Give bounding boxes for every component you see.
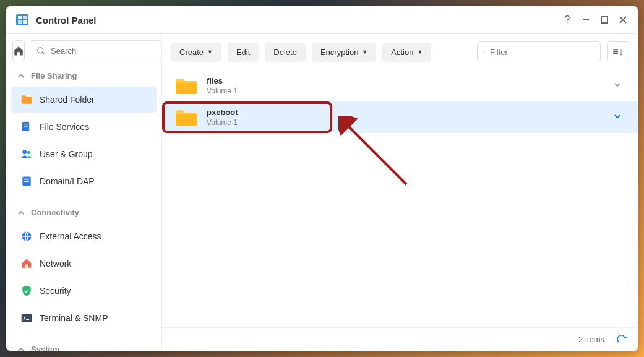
sort-button[interactable]: ≡↓ bbox=[607, 41, 629, 62]
chevron-up-icon bbox=[17, 209, 25, 217]
svg-rect-2 bbox=[23, 16, 27, 19]
svg-rect-4 bbox=[23, 20, 27, 24]
close-button[interactable] bbox=[617, 14, 629, 26]
sidebar-scroll[interactable]: File Sharing Shared Folder File Services… bbox=[6, 66, 161, 351]
sidebar-item-network[interactable]: Network bbox=[11, 251, 157, 277]
titlebar: Control Panel ? bbox=[6, 6, 638, 34]
section-file-sharing[interactable]: File Sharing bbox=[6, 66, 161, 85]
network-icon bbox=[20, 257, 33, 270]
sidebar-top bbox=[6, 34, 161, 66]
shield-icon bbox=[20, 284, 33, 298]
sort-icon: ≡↓ bbox=[612, 46, 623, 58]
item-count: 2 items bbox=[578, 335, 604, 344]
control-panel-window: Control Panel ? File Sharing bbox=[6, 6, 638, 351]
terminal-icon bbox=[20, 311, 33, 325]
folder-name: files bbox=[207, 76, 609, 85]
home-icon bbox=[13, 45, 24, 56]
svg-rect-12 bbox=[24, 124, 28, 124]
help-button[interactable]: ? bbox=[561, 14, 573, 26]
domain-ldap-icon bbox=[20, 174, 33, 188]
chevron-down-icon[interactable] bbox=[609, 80, 625, 91]
section-system[interactable]: System bbox=[6, 340, 161, 351]
maximize-button[interactable] bbox=[598, 14, 611, 26]
shared-folder-icon bbox=[20, 93, 33, 106]
svg-rect-20 bbox=[25, 265, 28, 268]
svg-rect-3 bbox=[18, 20, 22, 24]
svg-line-10 bbox=[42, 52, 45, 54]
user-group-icon bbox=[20, 147, 33, 161]
folder-icon bbox=[174, 77, 198, 95]
file-services-icon bbox=[20, 120, 33, 134]
minimize-button[interactable] bbox=[580, 14, 592, 26]
svg-rect-17 bbox=[24, 179, 29, 180]
statusbar: 2 items bbox=[162, 327, 638, 351]
folder-icon bbox=[174, 108, 198, 127]
action-button[interactable]: Action▼ bbox=[382, 43, 431, 62]
sidebar-item-file-services[interactable]: File Services bbox=[11, 114, 157, 140]
search-input[interactable] bbox=[51, 46, 155, 56]
chevron-up-icon bbox=[17, 72, 25, 80]
external-access-icon bbox=[20, 230, 33, 243]
svg-rect-1 bbox=[18, 16, 22, 19]
folder-row-files[interactable]: files Volume 1 bbox=[162, 70, 638, 101]
svg-point-15 bbox=[27, 151, 30, 154]
svg-rect-0 bbox=[16, 14, 28, 25]
edit-button[interactable]: Edit bbox=[228, 43, 259, 62]
search-icon bbox=[36, 46, 46, 56]
svg-point-9 bbox=[38, 47, 43, 53]
delete-button[interactable]: Delete bbox=[265, 43, 306, 62]
svg-rect-13 bbox=[24, 126, 28, 126]
folder-volume: Volume 1 bbox=[207, 87, 609, 95]
caret-down-icon: ▼ bbox=[362, 49, 367, 55]
caret-down-icon: ▼ bbox=[207, 49, 213, 55]
svg-rect-21 bbox=[22, 314, 32, 322]
caret-down-icon: ▼ bbox=[417, 49, 423, 55]
folder-list: files Volume 1 pxeboot Volume 1 bbox=[162, 70, 638, 327]
app-icon bbox=[15, 12, 30, 27]
folder-volume: Volume 1 bbox=[207, 118, 609, 127]
sidebar: File Sharing Shared Folder File Services… bbox=[6, 34, 162, 351]
create-button[interactable]: Create▼ bbox=[171, 43, 221, 62]
chevron-down-icon[interactable] bbox=[609, 112, 625, 123]
svg-rect-6 bbox=[601, 17, 608, 23]
home-button[interactable] bbox=[12, 40, 25, 61]
window-title: Control Panel bbox=[36, 15, 555, 25]
toolbar: Create▼ Edit Delete Encryption▼ Action▼ … bbox=[162, 34, 638, 70]
sidebar-item-external-access[interactable]: External Access bbox=[11, 223, 157, 249]
section-connectivity[interactable]: Connectivity bbox=[6, 203, 161, 222]
window-body: File Sharing Shared Folder File Services… bbox=[6, 34, 638, 351]
filter-icon bbox=[484, 48, 485, 57]
svg-rect-18 bbox=[24, 181, 29, 182]
encryption-button[interactable]: Encryption▼ bbox=[312, 43, 376, 62]
svg-point-14 bbox=[22, 150, 27, 154]
chevron-up-icon bbox=[17, 346, 25, 351]
sidebar-item-terminal-snmp[interactable]: Terminal & SNMP bbox=[11, 305, 157, 331]
main-panel: Create▼ Edit Delete Encryption▼ Action▼ … bbox=[162, 34, 638, 351]
folder-row-pxeboot[interactable]: pxeboot Volume 1 bbox=[162, 101, 638, 133]
folder-name: pxeboot bbox=[207, 108, 609, 117]
search-box[interactable] bbox=[30, 40, 161, 61]
sidebar-item-user-group[interactable]: User & Group bbox=[11, 141, 157, 167]
sidebar-item-shared-folder[interactable]: Shared Folder bbox=[11, 87, 157, 113]
sidebar-item-security[interactable]: Security bbox=[11, 278, 157, 304]
refresh-icon bbox=[616, 333, 627, 344]
filter-input[interactable] bbox=[490, 48, 594, 57]
refresh-button[interactable] bbox=[616, 333, 627, 346]
filter-box[interactable] bbox=[477, 41, 601, 62]
sidebar-item-domain-ldap[interactable]: Domain/LDAP bbox=[11, 168, 157, 194]
